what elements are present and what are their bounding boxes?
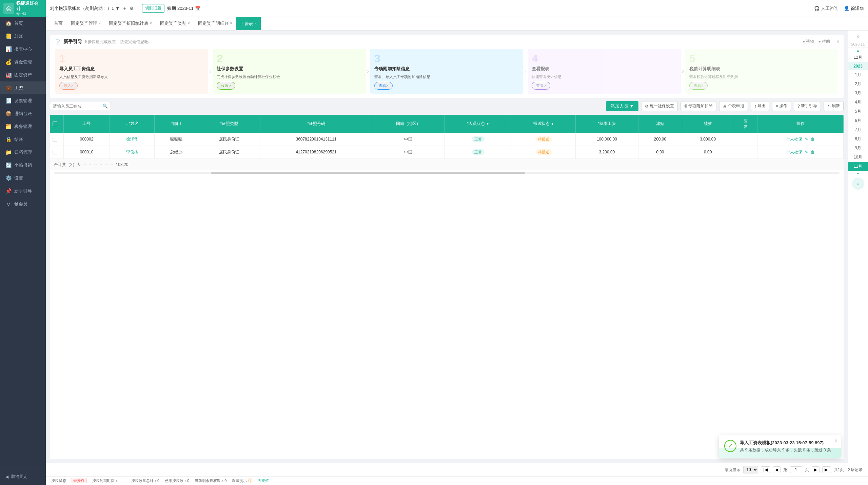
charge-link[interactable]: 去充值	[258, 478, 269, 483]
page-content: 📄 新手引导 5步快速完成设置，快去完善信息吧～ ● 视频 ● 帮助 × 1 导…	[46, 31, 848, 463]
tab-asset-category[interactable]: 固定资产类别 ×	[156, 17, 194, 31]
tab-payroll[interactable]: 工资表 ×	[236, 17, 261, 31]
add-employee-button[interactable]: 添加人员 ▼	[606, 101, 639, 111]
row-checkbox-cell	[50, 133, 63, 146]
col-name: ↕ *姓名	[110, 115, 155, 133]
filter-icon[interactable]: ▼	[551, 122, 554, 126]
circle-button[interactable]: ○	[852, 178, 864, 190]
user-profile[interactable]: 👤 徐泽华	[844, 5, 864, 12]
notification-close-button[interactable]: ×	[835, 438, 837, 443]
calendar-month-12[interactable]: 12月	[848, 53, 868, 62]
search-input[interactable]	[53, 104, 101, 109]
filter-icon[interactable]: ▼	[486, 122, 489, 126]
first-page-button[interactable]: |◀	[761, 466, 770, 473]
tab-close-icon[interactable]: ×	[188, 21, 190, 25]
calendar-month-7[interactable]: 7月	[848, 125, 868, 134]
tab-fixed-assets[interactable]: 固定资产管理 ×	[67, 17, 105, 31]
employee-operations: 个人社保 ✎ 🗑	[757, 146, 844, 158]
guide-button[interactable]: ? 新手引导	[794, 101, 821, 111]
personal-insurance-link[interactable]: 个人社保	[786, 150, 802, 154]
sidebar-item-close[interactable]: 🔒 结账	[0, 133, 46, 146]
switch-version-button[interactable]: 切到旧版	[142, 4, 164, 13]
topbar-right: 🎧 人工咨询 👤 徐泽华	[814, 5, 864, 12]
row-checkbox[interactable]	[53, 150, 57, 154]
step-btn-1[interactable]: 导入>	[59, 82, 78, 90]
tab-close-icon[interactable]: ×	[99, 21, 101, 25]
tab-close-icon[interactable]: ×	[230, 21, 232, 25]
sidebar-item-funds[interactable]: 💰 资金管理	[0, 56, 46, 69]
sidebar-item-reports[interactable]: 📊 报表中心	[0, 43, 46, 56]
calendar-month-5[interactable]: 5月	[848, 107, 868, 116]
calendar-month-8[interactable]: 8月	[848, 134, 868, 144]
next-page-button[interactable]: ▶	[812, 466, 820, 473]
calendar-month-3[interactable]: 3月	[848, 89, 868, 98]
select-all-checkbox[interactable]	[53, 122, 57, 126]
row-checkbox[interactable]	[53, 137, 57, 142]
ai-consult-button[interactable]: 🎧 人工咨询	[814, 5, 839, 12]
tab-depreciation[interactable]: 固定资产折旧统计表 ×	[105, 17, 156, 31]
prev-page-button[interactable]: ◀	[773, 466, 781, 473]
sidebar-item-invoice[interactable]: 🧾 发票管理	[0, 94, 46, 107]
sidebar-item-settings[interactable]: ⚙️ 设置	[0, 172, 46, 185]
page-suffix: 页	[805, 467, 809, 473]
refresh-button[interactable]: ↻ 刷新	[824, 101, 844, 111]
personal-insurance-link[interactable]: 个人社保	[786, 137, 802, 142]
sidebar-item-fixed-assets[interactable]: 🏭 固定资产	[0, 69, 46, 81]
calendar-year-2023: 2023	[848, 62, 868, 70]
panel-expand-button[interactable]: »	[855, 32, 861, 41]
calendar-month-2[interactable]: 2月	[848, 79, 868, 89]
tab-asset-detail[interactable]: 固定资产明细账 ×	[194, 17, 236, 31]
settings-button[interactable]: ⚙	[130, 6, 134, 11]
page-number-input[interactable]	[790, 466, 802, 473]
step-btn-2[interactable]: 设置>	[217, 82, 235, 90]
sidebar-item-tax[interactable]: 🗂️ 税务管理	[0, 120, 46, 133]
guide-close-button[interactable]: ×	[836, 39, 840, 45]
sidebar-item-archive[interactable]: 📁 归档管理	[0, 146, 46, 159]
tab-home[interactable]: 首页	[50, 17, 67, 31]
unpin-button[interactable]: ◀ 取消固定	[0, 471, 46, 482]
up-arrow-icon[interactable]: ▲	[856, 49, 860, 52]
scrollbar-thumb[interactable]	[211, 172, 525, 174]
sidebar-item-expense[interactable]: 🔄 小畅报销	[0, 159, 46, 172]
employee-should-pay	[734, 133, 757, 146]
report-status-badge: 待报送	[535, 136, 552, 142]
step-btn-3[interactable]: 查看>	[374, 82, 393, 90]
calendar-month-10[interactable]: 10月	[848, 153, 868, 162]
per-page-select[interactable]: 10 20 50	[743, 466, 758, 473]
add-company-button[interactable]: ＋	[122, 5, 127, 12]
tab-close-icon[interactable]: ×	[150, 21, 152, 25]
company-selector[interactable]: 刘小艳演示账套（勿删勿动！）1 ▼	[50, 5, 120, 12]
sidebar-item-payroll[interactable]: 💼 工资	[0, 81, 46, 94]
sidebar-item-member[interactable]: V 畅会员	[0, 198, 46, 210]
down-arrow-icon[interactable]: ▼	[856, 172, 860, 175]
calendar-month-6[interactable]: 6月	[848, 116, 868, 125]
sidebar-item-ledger[interactable]: 📒 总账	[0, 30, 46, 43]
special-deduction-button[interactable]: © 专项附加扣除	[680, 101, 716, 111]
calendar-month-4[interactable]: 4月	[848, 98, 868, 107]
calendar-month-9[interactable]: 9月	[848, 144, 868, 153]
operations-button[interactable]: ≡ 操作	[772, 101, 791, 111]
sidebar-item-guide[interactable]: 📌 新手引导	[0, 185, 46, 198]
social-insurance-settings-button[interactable]: ⚙ 统一社保设置	[641, 101, 678, 111]
export-button[interactable]: ↑ 导出	[751, 101, 769, 111]
edit-icon[interactable]: ✎	[805, 150, 808, 154]
employee-name-link[interactable]: 徐泽华	[126, 137, 138, 142]
horizontal-scrollbar[interactable]	[54, 172, 840, 174]
action-label: 专项附加扣除	[688, 103, 713, 109]
employee-name-link[interactable]: 李俊杰	[126, 150, 138, 154]
delete-icon[interactable]: 🗑	[811, 137, 815, 142]
calendar-month-1[interactable]: 1月	[848, 70, 868, 79]
calendar-month-11[interactable]: 11月	[848, 162, 868, 171]
last-page-button[interactable]: ▶|	[822, 466, 831, 473]
step-btn-4[interactable]: 查看>	[532, 82, 550, 90]
tax-icon: 🗂️	[5, 124, 12, 130]
step-btn-5[interactable]: 查看>	[689, 82, 708, 90]
delete-icon[interactable]: 🗑	[811, 150, 815, 154]
col-report-status: 报送状态 ▼	[512, 115, 576, 133]
sidebar-item-inventory[interactable]: 📦 进销台账	[0, 107, 46, 120]
edit-icon[interactable]: ✎	[805, 137, 808, 142]
sidebar-item-home[interactable]: 🏠 首页	[0, 17, 46, 30]
tax-report-button[interactable]: 🖨 个税申报	[719, 101, 748, 111]
guide-header: 📄 新手引导 5步快速完成设置，快去完善信息吧～	[55, 39, 838, 45]
tab-close-icon[interactable]: ×	[255, 22, 257, 25]
